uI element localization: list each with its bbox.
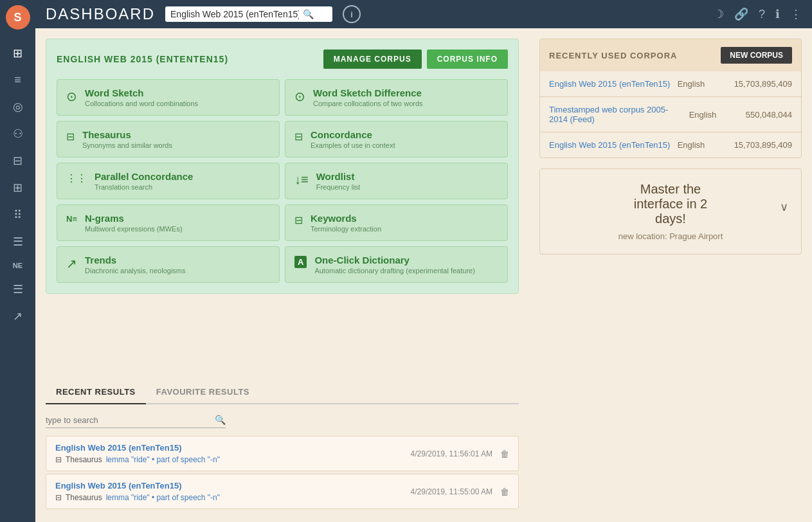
- list-icon: ≡: [14, 73, 21, 87]
- chart-icon: ↗: [13, 309, 23, 323]
- sidebar-item-dots[interactable]: ⠿: [0, 201, 35, 228]
- corpora-section: RECENTLY USED CORPORA NEW CORPUS English…: [539, 39, 802, 158]
- parallel-concordance-name: Parallel Concordance: [95, 171, 193, 182]
- result-corpus-name: English Web 2015 (enTenTen15): [55, 481, 220, 491]
- tool-trends[interactable]: ↗ Trends Diachronic analysis, neologisms: [57, 246, 280, 283]
- result-right: 4/29/2019, 11:56:01 AM 🗑: [411, 449, 509, 459]
- result-item[interactable]: English Web 2015 (enTenTen15) ⊟ Thesauru…: [46, 436, 519, 471]
- grid-icon: ⊞: [13, 46, 23, 60]
- right-panel: RECENTLY USED CORPORA NEW CORPUS English…: [529, 28, 812, 522]
- result-meta: lemma "ride" • part of speech "-n": [106, 493, 220, 502]
- link-icon[interactable]: 🔗: [734, 7, 748, 21]
- dictionary-icon: A: [294, 256, 307, 268]
- search-icon: 🔍: [303, 9, 314, 19]
- keywords-name: Keywords: [311, 213, 381, 224]
- sidebar-item-chart[interactable]: ↗: [0, 303, 35, 330]
- corpus-name: ENGLISH WEB 2015 (ENTENTEN15): [57, 54, 228, 64]
- concordance-name: Concordance: [311, 129, 395, 140]
- sidebar: S ⊞ ≡ ◎ ⚇ ⊟ ⊞ ⠿ ☰ NE ☰ ↗: [0, 0, 35, 522]
- corpus-list-count: 550,048,044: [746, 110, 792, 120]
- notification-icon[interactable]: ℹ: [775, 7, 780, 21]
- result-type-icon: ⊟: [55, 493, 62, 502]
- manage-corpus-button[interactable]: MANAGE CORPUS: [323, 50, 422, 69]
- tool-concordance[interactable]: ⊟ Concordance Examples of use in context: [285, 121, 508, 158]
- tool-ngrams[interactable]: N≡ N-grams Multiword expressions (MWEs): [57, 204, 280, 241]
- delete-result-icon[interactable]: 🗑: [500, 487, 509, 497]
- corpora-list: English Web 2015 (enTenTen15) English 15…: [540, 71, 801, 158]
- promo-header: Master the interface in 2 days! ∨: [553, 182, 788, 231]
- tool-grid: ⊙ Word Sketch Collocations and word comb…: [57, 79, 508, 283]
- main-area: DASHBOARD 🔍 i ☽ 🔗 ? ℹ ⋮ ENGLISH WEB 2015…: [35, 0, 812, 522]
- sidebar-logo[interactable]: S: [6, 5, 30, 30]
- sidebar-item-layers[interactable]: ⊞: [0, 174, 35, 201]
- corpora-title: RECENTLY USED CORPORA: [549, 51, 677, 60]
- menu-icon[interactable]: ⋮: [790, 7, 802, 21]
- dictionary-desc: Automatic dictionary drafting (experimen…: [314, 267, 474, 274]
- circle-icon: ◎: [13, 100, 23, 114]
- lines-icon: ⊟: [13, 154, 23, 168]
- result-time: 4/29/2019, 11:56:01 AM: [411, 449, 492, 458]
- corpus-card: ENGLISH WEB 2015 (ENTENTEN15) MANAGE COR…: [46, 39, 519, 294]
- word-sketch-diff-desc: Compare collocations of two words: [313, 100, 423, 107]
- parallel-concordance-icon: ⋮⋮: [66, 172, 87, 184]
- header-icons: ☽ 🔗 ? ℹ ⋮: [714, 7, 802, 21]
- tool-parallel-concordance[interactable]: ⋮⋮ Parallel Concordance Translation sear…: [57, 163, 280, 199]
- sidebar-item-list[interactable]: ≡: [0, 67, 35, 93]
- tool-word-sketch[interactable]: ⊙ Word Sketch Collocations and word comb…: [57, 79, 280, 116]
- ngrams-icon: N≡: [66, 214, 77, 224]
- sidebar-item-circle[interactable]: ◎: [0, 93, 35, 120]
- corpus-list-count: 15,703,895,409: [734, 140, 792, 150]
- tool-thesaurus[interactable]: ⊟ Thesaurus Synonyms and similar words: [57, 121, 280, 158]
- dictionary-name: One-Click Dictionary: [314, 255, 474, 266]
- new-corpus-button[interactable]: NEW CORPUS: [721, 47, 792, 64]
- corpus-list-lang: English: [678, 79, 729, 89]
- tool-keywords[interactable]: ⊟ Keywords Terminology extraction: [285, 204, 508, 241]
- corpus-list-item[interactable]: English Web 2015 (enTenTen15) English 15…: [540, 132, 801, 158]
- sidebar-item-dashboard[interactable]: ⊞: [0, 40, 35, 67]
- list2-icon: ☰: [13, 235, 23, 249]
- corpus-list-name: English Web 2015 (enTenTen15): [549, 79, 672, 89]
- chevron-down-icon[interactable]: ∨: [780, 200, 788, 214]
- help-icon[interactable]: ?: [759, 8, 765, 21]
- word-sketch-icon: ⊙: [66, 89, 77, 104]
- tool-word-sketch-diff[interactable]: ⊙ Word Sketch Difference Compare colloca…: [285, 79, 508, 116]
- corpus-list-item[interactable]: English Web 2015 (enTenTen15) English 15…: [540, 71, 801, 97]
- corpus-list-count: 15,703,895,409: [734, 79, 792, 89]
- wordlist-icon: ↓≡: [294, 172, 309, 187]
- tab-recent-results[interactable]: RECENT RESULTS: [46, 381, 146, 404]
- corpus-info-button[interactable]: CORPUS INFO: [427, 50, 508, 69]
- info-icon[interactable]: i: [343, 5, 361, 23]
- tool-wordlist[interactable]: ↓≡ Wordlist Frequency list: [285, 163, 508, 199]
- word-sketch-name: Word Sketch: [85, 87, 198, 98]
- result-right: 4/29/2019, 11:55:00 AM 🗑: [411, 487, 509, 497]
- sidebar-item-ne[interactable]: NE: [0, 255, 35, 276]
- search-input[interactable]: [170, 9, 299, 19]
- header: DASHBOARD 🔍 i ☽ 🔗 ? ℹ ⋮: [35, 0, 812, 28]
- dots-icon: ⠿: [14, 208, 22, 222]
- delete-result-icon[interactable]: 🗑: [500, 449, 509, 459]
- promo-section: Master the interface in 2 days! ∨ new lo…: [539, 168, 802, 255]
- word-sketch-desc: Collocations and word combinations: [85, 100, 198, 107]
- tab-favourite-results[interactable]: FAVOURITE RESULTS: [146, 381, 260, 403]
- result-item[interactable]: English Web 2015 (enTenTen15) ⊟ Thesauru…: [46, 474, 519, 509]
- moon-icon[interactable]: ☽: [714, 7, 724, 21]
- corpus-card-header: ENGLISH WEB 2015 (ENTENTEN15) MANAGE COR…: [57, 50, 508, 69]
- tool-one-click-dictionary[interactable]: A One-Click Dictionary Automatic diction…: [285, 246, 508, 283]
- sidebar-item-person[interactable]: ⚇: [0, 120, 35, 147]
- sidebar-item-lines3[interactable]: ☰: [0, 276, 35, 303]
- promo-sub: new location: Prague Airport: [553, 231, 788, 241]
- thesaurus-desc: Synonyms and similar words: [82, 141, 172, 149]
- concordance-desc: Examples of use in context: [311, 141, 395, 149]
- results-search-icon: 🔍: [215, 415, 226, 425]
- corpus-buttons: MANAGE CORPUS CORPUS INFO: [323, 50, 508, 69]
- layers-icon: ⊞: [13, 181, 23, 195]
- result-corpus-name: English Web 2015 (enTenTen15): [55, 443, 220, 453]
- results-search-box[interactable]: 🔍: [46, 415, 226, 428]
- sidebar-item-list2[interactable]: ☰: [0, 228, 35, 255]
- search-box[interactable]: 🔍: [165, 6, 332, 22]
- person-icon: ⚇: [13, 127, 23, 141]
- sidebar-item-lines[interactable]: ⊟: [0, 147, 35, 174]
- corpus-list-item[interactable]: Timestamped web corpus 2005-2014 (Feed) …: [540, 97, 801, 132]
- results-search-input[interactable]: [46, 415, 215, 425]
- ngrams-name: N-grams: [85, 213, 183, 224]
